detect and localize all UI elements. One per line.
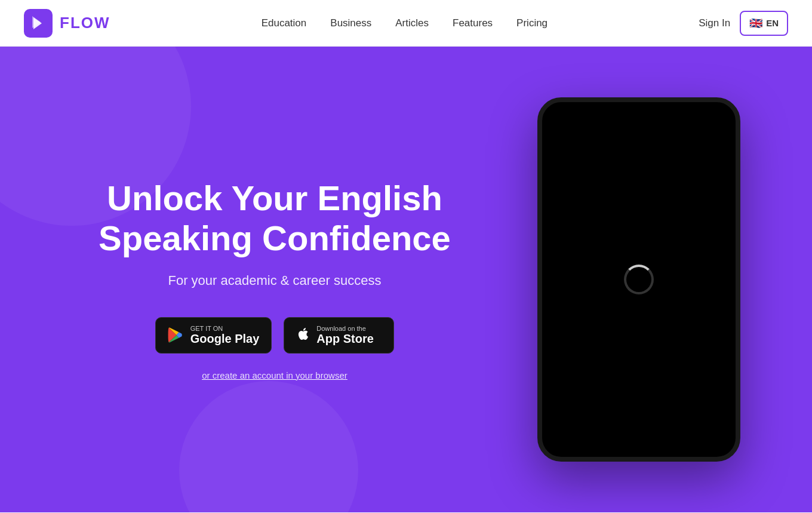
hero-content: Unlock Your English Speaking Confidence …	[72, 179, 478, 380]
hero-subtitle: For your academic & career success	[72, 273, 478, 288]
nav-links: Education Business Articles Features Pri…	[262, 17, 548, 29]
language-button[interactable]: 🇬🇧 EN	[740, 11, 788, 36]
logo-group: FLOW	[24, 9, 110, 38]
nav-item-articles[interactable]: Articles	[395, 17, 429, 29]
navbar: FLOW Education Business Articles Feature…	[0, 0, 812, 47]
app-store-text: Download on the App Store	[316, 325, 374, 346]
logo-icon[interactable]	[24, 9, 53, 38]
app-store-button[interactable]: Download on the App Store	[284, 317, 394, 354]
google-play-icon	[168, 327, 184, 343]
hero-title-line1: Unlock Your English	[107, 179, 442, 217]
google-play-small: GET IT ON	[190, 325, 260, 332]
browser-link[interactable]: or create an account in your browser	[72, 370, 478, 380]
google-play-text: GET IT ON Google Play	[190, 325, 260, 346]
nav-item-education[interactable]: Education	[262, 17, 307, 29]
logo-text: FLOW	[60, 14, 110, 32]
loading-spinner	[624, 265, 654, 294]
navbar-right: Sign In 🇬🇧 EN	[699, 11, 788, 36]
sign-in-button[interactable]: Sign In	[699, 17, 730, 29]
flag-icon: 🇬🇧	[749, 17, 762, 30]
hero-title-line2: Speaking Confidence	[99, 219, 451, 257]
nav-item-business[interactable]: Business	[330, 17, 371, 29]
nav-item-features[interactable]: Features	[453, 17, 493, 29]
store-buttons: GET IT ON Google Play Download on the Ap…	[72, 317, 478, 354]
browser-link-text[interactable]: or create an account in your browser	[202, 370, 347, 380]
app-store-large: App Store	[316, 332, 374, 346]
nav-item-pricing[interactable]: Pricing	[516, 17, 548, 29]
app-store-small: Download on the	[316, 325, 374, 332]
google-play-large: Google Play	[190, 332, 260, 346]
apple-icon	[296, 327, 310, 343]
phone-mockup	[537, 97, 740, 462]
google-play-button[interactable]: GET IT ON Google Play	[155, 317, 272, 354]
hero-section: Unlock Your English Speaking Confidence …	[0, 47, 812, 512]
lang-label: EN	[766, 18, 779, 28]
hero-title: Unlock Your English Speaking Confidence	[72, 179, 478, 258]
